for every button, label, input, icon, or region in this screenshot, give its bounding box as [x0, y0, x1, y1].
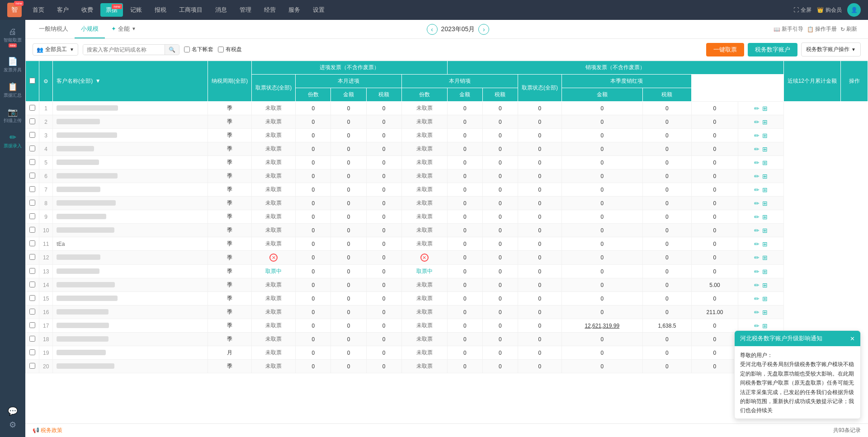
row-checkbox[interactable] [29, 200, 35, 206]
select-all-checkbox[interactable] [29, 78, 35, 84]
row-checkbox[interactable] [29, 173, 35, 179]
nav-service[interactable]: 服务 [283, 3, 306, 17]
nav-client[interactable]: 客户 [52, 3, 74, 17]
edit-action-icon[interactable]: ✏ [754, 309, 760, 316]
tab-all-ability[interactable]: ✦ 全能 ▼ [105, 20, 142, 38]
copy-action-icon[interactable]: ⊞ [762, 200, 768, 207]
edit-action-icon[interactable]: ✏ [754, 118, 760, 126]
row-checkbox[interactable] [29, 254, 35, 260]
manual-btn[interactable]: 📋 操作手册 [807, 25, 837, 33]
row-checkbox[interactable] [29, 268, 35, 274]
edit-action-icon[interactable]: ✏ [754, 322, 760, 329]
nav-business[interactable]: 工商项目 [174, 3, 208, 17]
copy-action-icon[interactable]: ⊞ [762, 254, 768, 261]
digital-account-btn[interactable]: 税务数字账户 [748, 43, 797, 56]
tax-policy-link[interactable]: 📢 税务政策 [33, 427, 62, 434]
copy-action-icon[interactable]: ⊞ [762, 240, 768, 248]
nav-message[interactable]: 消息 [210, 3, 232, 17]
edit-action-icon[interactable]: ✏ [754, 240, 760, 248]
user-avatar[interactable]: 👤 [847, 3, 861, 17]
copy-action-icon[interactable]: ⊞ [762, 105, 768, 112]
row-checkbox[interactable] [29, 363, 35, 369]
sidebar-item-scan[interactable]: 📷 扫描上传 [1, 103, 24, 127]
row-checkbox[interactable] [29, 159, 35, 165]
copy-action-icon[interactable]: ⊞ [762, 309, 768, 316]
date-prev-btn[interactable]: ‹ [427, 24, 438, 35]
fullscreen-btn[interactable]: ⛶ 全屏 [793, 6, 811, 14]
ledger-checkbox-label[interactable]: 名下帐套 [184, 46, 213, 53]
edit-action-icon[interactable]: ✏ [754, 268, 760, 275]
client-filter-icon[interactable]: ▼ [95, 78, 101, 84]
row-checkbox[interactable] [29, 105, 35, 111]
ledger-checkbox[interactable] [184, 47, 190, 52]
nav-accounting[interactable]: 记账 [125, 3, 147, 17]
nav-tax[interactable]: 报税 [149, 3, 172, 17]
copy-action-icon[interactable]: ⊞ [762, 132, 768, 139]
search-button[interactable]: 🔍 [165, 45, 179, 55]
copy-action-icon[interactable]: ⊞ [762, 159, 768, 166]
copy-action-icon[interactable]: ⊞ [762, 282, 768, 289]
row-checkbox[interactable] [29, 295, 35, 301]
member-btn[interactable]: 👑 购会员 [817, 6, 842, 14]
nav-operation[interactable]: 经营 [259, 3, 281, 17]
date-next-btn[interactable]: › [478, 24, 489, 35]
row-checkbox[interactable] [29, 213, 35, 219]
copy-action-icon[interactable]: ⊞ [762, 118, 768, 126]
notification-close-btn[interactable]: ✕ [850, 335, 855, 342]
sidebar-settings-icon[interactable]: ⚙ [9, 420, 16, 430]
copy-action-icon[interactable]: ⊞ [762, 186, 768, 193]
sidebar-help-icon[interactable]: 💬 [8, 406, 18, 416]
copy-action-icon[interactable]: ⊞ [762, 146, 768, 153]
tax-disc-checkbox[interactable] [218, 47, 224, 52]
row-checkbox[interactable] [29, 282, 35, 287]
copy-action-icon[interactable]: ⊞ [762, 173, 768, 180]
edit-action-icon[interactable]: ✏ [754, 186, 760, 193]
edit-action-icon[interactable]: ✏ [754, 213, 760, 221]
edit-action-icon[interactable]: ✏ [754, 105, 760, 112]
row-checkbox[interactable] [29, 240, 35, 246]
nav-settings[interactable]: 设置 [307, 3, 330, 17]
tax-disc-checkbox-label[interactable]: 有税盘 [218, 46, 242, 53]
sidebar-item-smart-fetch[interactable]: 🖨 智能取票 new [1, 23, 24, 51]
new-guide-btn[interactable]: 📖 新手引导 [774, 25, 803, 33]
employee-filter[interactable]: 👥 全部员工 ▼ [33, 43, 78, 56]
edit-action-icon[interactable]: ✏ [754, 146, 760, 153]
sidebar-item-entry[interactable]: ✏ 票据录入 [1, 129, 24, 152]
row-checkbox[interactable] [29, 309, 35, 315]
tab-general-taxpayer[interactable]: 一般纳税人 [33, 20, 75, 38]
filter-bar-right: 一键取票 税务数字账户 税务数字账户操作 ▼ [706, 42, 861, 56]
row-checkbox[interactable] [29, 336, 35, 342]
nav-manage[interactable]: 管理 [234, 3, 257, 17]
copy-action-icon[interactable]: ⊞ [762, 268, 768, 275]
fetch-all-btn[interactable]: 一键取票 [706, 43, 744, 56]
row-checkbox[interactable] [29, 146, 35, 151]
edit-action-icon[interactable]: ✏ [754, 282, 760, 289]
tab-small-scale[interactable]: 小规模 [75, 20, 105, 38]
edit-action-icon[interactable]: ✏ [754, 159, 760, 166]
digital-account-ops-btn[interactable]: 税务数字账户操作 ▼ [801, 42, 861, 56]
row-checkbox[interactable] [29, 227, 35, 233]
edit-action-icon[interactable]: ✏ [754, 295, 760, 302]
edit-action-icon[interactable]: ✏ [754, 173, 760, 180]
in-count: 0 [296, 156, 331, 169]
copy-action-icon[interactable]: ⊞ [762, 295, 768, 302]
row-checkbox[interactable] [29, 186, 35, 192]
nav-fee[interactable]: 收费 [76, 3, 99, 17]
copy-action-icon[interactable]: ⊞ [762, 322, 768, 329]
copy-action-icon[interactable]: ⊞ [762, 227, 768, 234]
sidebar-item-summary[interactable]: 📋 票据汇总 [1, 78, 24, 102]
edit-action-icon[interactable]: ✏ [754, 200, 760, 207]
edit-action-icon[interactable]: ✏ [754, 254, 760, 261]
row-checkbox[interactable] [29, 349, 35, 355]
row-checkbox[interactable] [29, 322, 35, 328]
nav-home[interactable]: 首页 [27, 3, 50, 17]
refresh-btn[interactable]: ↻ 刷新 [840, 25, 857, 33]
row-checkbox[interactable] [29, 132, 35, 138]
row-checkbox[interactable] [29, 118, 35, 124]
copy-action-icon[interactable]: ⊞ [762, 213, 768, 221]
nav-invoice[interactable]: 票据 new [100, 3, 123, 17]
edit-action-icon[interactable]: ✏ [754, 227, 760, 234]
edit-action-icon[interactable]: ✏ [754, 132, 760, 139]
search-input[interactable] [83, 45, 165, 55]
sidebar-item-invoice-open[interactable]: 📄 发票开具 [1, 53, 24, 76]
